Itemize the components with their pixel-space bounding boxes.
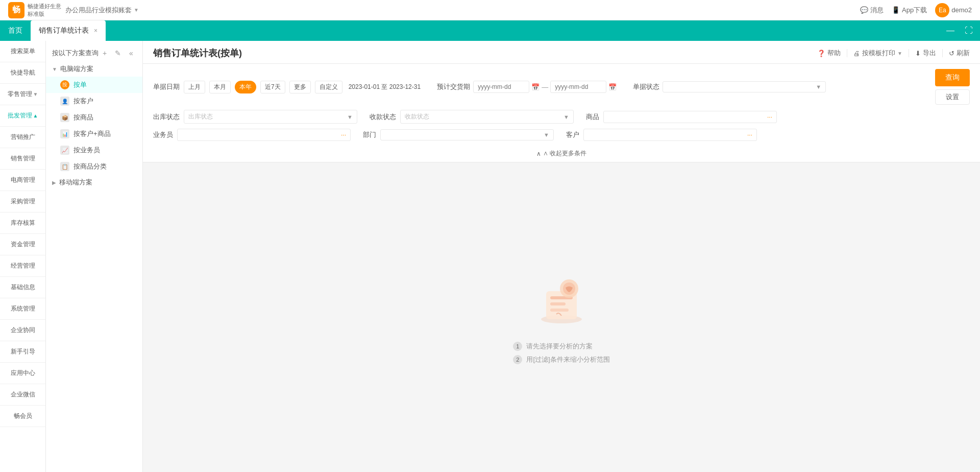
tab-close-icon[interactable]: × (94, 27, 97, 34)
date-prev-month-button[interactable]: 上月 (184, 81, 205, 93)
logo-area: 畅 畅捷通好生意 标准版 (8, 2, 61, 18)
payment-status-select[interactable]: 收款状态 ▼ (400, 110, 574, 124)
department-filter: 部门 ▼ (363, 129, 554, 140)
expected-date-inputs: 📅 — 📅 (473, 81, 617, 93)
scheme-group-mobile-title[interactable]: ▶ 移动端方案 (46, 175, 142, 190)
scheme-item-by-product[interactable]: 📦 按商品 (46, 109, 142, 126)
tip-num-2: 2 (513, 355, 522, 364)
tab-maximize-button[interactable]: ⛶ (962, 23, 976, 38)
calendar-from-icon[interactable]: 📅 (531, 83, 540, 91)
active-scheme-icon: 按 (60, 80, 69, 89)
sidebar-item-search[interactable]: 搜索菜单 (0, 41, 45, 62)
sidebar-item-retail[interactable]: 零售管理 ▼ (0, 84, 45, 105)
customer-ellipsis-icon[interactable]: ··· (747, 131, 752, 138)
product-scheme-icon: 📦 (60, 113, 69, 122)
page-title: 销售订单统计表(按单) (153, 47, 242, 59)
wholesale-arrow-icon: ▲ (33, 113, 38, 119)
sidebar-item-ecommerce[interactable]: 电商管理 (0, 170, 45, 191)
salesman-scheme-icon: 📈 (60, 146, 69, 155)
department-select[interactable]: ▼ (380, 129, 554, 140)
date-custom-button[interactable]: 自定义 (315, 81, 342, 93)
department-chevron-icon: ▼ (544, 132, 549, 138)
tab-home[interactable]: 首页 (0, 20, 31, 41)
print-icon: 🖨 (853, 50, 860, 57)
scheme-item-by-category[interactable]: 📋 按商品分类 (46, 158, 142, 175)
sidebar-item-wechat[interactable]: 企业微信 (0, 384, 45, 406)
export-button[interactable]: ⬇ 导出 (915, 49, 936, 58)
sidebar-item-sales[interactable]: 销售管理 (0, 148, 45, 170)
sidebar-item-basic[interactable]: 基础信息 (0, 277, 45, 298)
sidebar-item-purchase[interactable]: 采购管理 (0, 191, 45, 213)
ship-status-chevron-icon: ▼ (347, 114, 353, 120)
filter-section: 单据日期 上月 本月 本年 近7天 更多 自定义 2023-01-01 至 20… (143, 64, 980, 145)
salesman-ellipsis-icon[interactable]: ··· (341, 131, 346, 138)
scheme-item-by-customer[interactable]: 👤 按客户 (46, 93, 142, 109)
top-bar-left: 畅 畅捷通好生意 标准版 办公用品行业模拟账套 ▼ (8, 2, 139, 18)
order-status-chevron-icon: ▼ (816, 84, 821, 90)
svg-rect-4 (550, 309, 569, 312)
product-input[interactable]: ··· (603, 111, 777, 123)
payment-status-filter: 收款状态 收款状态 ▼ (370, 110, 574, 124)
scheme-group-pc-title[interactable]: ▼ 电脑端方案 (46, 61, 142, 77)
user-menu-button[interactable]: Ea demo2 (935, 3, 972, 17)
export-icon: ⬇ (915, 50, 921, 57)
sidebar-item-inventory[interactable]: 库存核算 (0, 213, 45, 234)
product-ellipsis-icon[interactable]: ··· (767, 113, 772, 121)
scheme-group-pc: ▼ 电脑端方案 按 按单 👤 按客户 📦 按商品 📊 按客户+商品 (46, 61, 142, 175)
sidebar-item-operation[interactable]: 经营管理 (0, 255, 45, 277)
product-label: 商品 (586, 112, 599, 122)
tab-sales-order-stats[interactable]: 销售订单统计表 × (31, 20, 106, 41)
expected-date-from[interactable] (473, 81, 529, 93)
date-curr-month-button[interactable]: 本月 (209, 81, 231, 93)
refresh-button[interactable]: ↺ 刷新 (949, 49, 970, 58)
date-more-button[interactable]: 更多 (289, 81, 311, 93)
customer-scheme-icon: 👤 (60, 97, 69, 106)
sidebar-item-member[interactable]: 畅会员 (0, 406, 45, 427)
scheme-item-by-customer-product[interactable]: 📊 按客户+商品 (46, 126, 142, 142)
salesman-filter: 业务员 ··· (153, 129, 351, 141)
ship-status-select[interactable]: 出库状态 ▼ (184, 110, 357, 124)
help-button[interactable]: ❓ 帮助 (817, 49, 841, 58)
print-button[interactable]: 🖨 按模板打印 ▼ (853, 49, 902, 58)
collapse-more-bar[interactable]: ∧ ∧ 收起更多条件 (143, 145, 980, 162)
retail-arrow-icon: ▼ (33, 91, 38, 97)
date-filter-label: 单据日期 (153, 82, 180, 91)
customer-filter: 客户 ··· (566, 129, 757, 141)
tab-minimize-button[interactable]: — (943, 23, 958, 38)
expected-date-to[interactable] (550, 81, 606, 93)
expected-date-filter: 预计交货期 📅 — 📅 (437, 81, 617, 93)
customer-input[interactable]: ··· (583, 129, 757, 141)
sidebar-item-finance[interactable]: 资金管理 (0, 234, 45, 255)
scheme-edit-button[interactable]: ✎ (113, 48, 123, 58)
refresh-icon: ↺ (949, 50, 954, 57)
sidebar-item-wholesale[interactable]: 批发管理 ▲ (0, 105, 45, 127)
sidebar-item-system[interactable]: 系统管理 (0, 298, 45, 320)
sidebar-item-corp[interactable]: 企业协同 (0, 320, 45, 341)
top-bar: 畅 畅捷通好生意 标准版 办公用品行业模拟账套 ▼ 💬 消息 📱 App下载 E… (0, 0, 980, 20)
payment-status-chevron-icon: ▼ (564, 114, 569, 120)
salesman-input[interactable]: ··· (177, 129, 351, 141)
scheme-collapse-button[interactable]: « (126, 48, 136, 58)
sidebar-item-newbie[interactable]: 新手引导 (0, 341, 45, 363)
empty-tip-2: 2 用[过滤]条件来缩小分析范围 (513, 355, 609, 364)
logo-text: 畅捷通好生意 标准版 (28, 3, 61, 17)
sidebar-item-quicknav[interactable]: 快捷导航 (0, 62, 45, 84)
main-layout: 搜索菜单 快捷导航 零售管理 ▼ 批发管理 ▲ 营销推广 销售管理 电商管理 采… (0, 41, 980, 472)
query-button[interactable]: 查询 (935, 69, 970, 86)
order-status-select[interactable]: ▼ (663, 81, 826, 92)
scheme-item-by-order[interactable]: 按 按单 (46, 77, 142, 93)
message-button[interactable]: 💬 消息 (860, 6, 884, 15)
scheme-item-by-salesman[interactable]: 📈 按业务员 (46, 142, 142, 158)
scheme-add-button[interactable]: + (100, 48, 110, 58)
order-status-label: 单据状态 (633, 82, 659, 91)
date-curr-year-button[interactable]: 本年 (235, 81, 256, 93)
setting-button[interactable]: 设置 (935, 89, 970, 105)
date-filter-group: 单据日期 上月 本月 本年 近7天 更多 自定义 2023-01-01 至 20… (153, 81, 421, 93)
app-download-button[interactable]: 📱 App下载 (892, 6, 927, 15)
sidebar-item-appcenter[interactable]: 应用中心 (0, 363, 45, 384)
sidebar-item-marketing[interactable]: 营销推广 (0, 127, 45, 148)
calendar-to-icon[interactable]: 📅 (608, 83, 617, 91)
date-7days-button[interactable]: 近7天 (260, 81, 285, 93)
divider-1 (847, 49, 847, 57)
breadcrumb-arrow-icon[interactable]: ▼ (134, 7, 139, 13)
